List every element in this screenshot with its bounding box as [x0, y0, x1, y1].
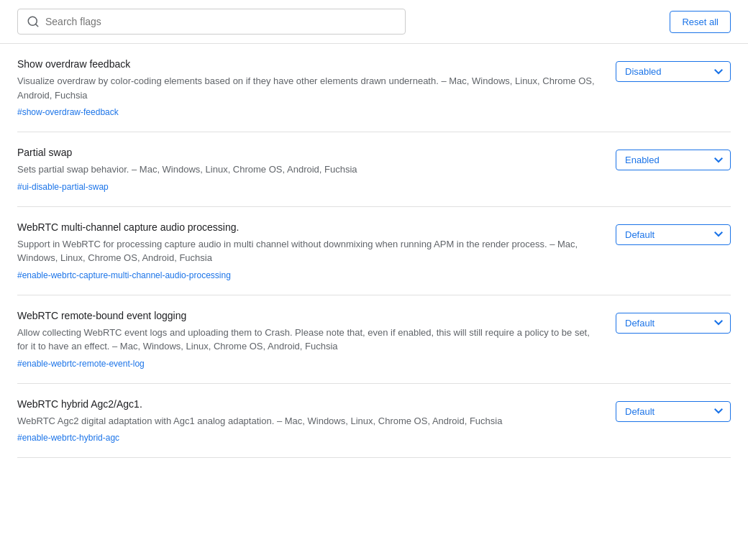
flag-anchor-link[interactable]: #enable-webrtc-hybrid-agc — [17, 433, 119, 443]
flag-anchor-link[interactable]: #enable-webrtc-remote-event-log — [17, 359, 145, 369]
page-header: Reset all — [0, 0, 748, 44]
flag-description: Allow collecting WebRTC event logs and u… — [17, 326, 598, 354]
flag-select[interactable]: DefaultDisabledEnabled — [616, 224, 731, 245]
flag-anchor-link[interactable]: #enable-webrtc-capture-multi-channel-aud… — [17, 270, 231, 280]
flag-control: DefaultDisabledEnabled — [616, 61, 731, 82]
flag-item: Partial swapSets partial swap behavior. … — [17, 132, 731, 207]
flags-list: Show overdraw feedbackVisualize overdraw… — [0, 44, 748, 458]
flag-title: WebRTC multi-channel capture audio proce… — [17, 221, 598, 233]
flag-title: Partial swap — [17, 147, 598, 158]
flag-control: DefaultDisabledEnabled — [616, 401, 731, 422]
flag-select[interactable]: DefaultDisabledEnabled — [616, 401, 731, 422]
flag-title: Show overdraw feedback — [17, 58, 598, 70]
flag-description: Visualize overdraw by color-coding eleme… — [17, 74, 598, 102]
flag-control: DefaultDisabledEnabled — [616, 150, 731, 170]
flag-info: WebRTC multi-channel capture audio proce… — [17, 221, 598, 280]
svg-line-1 — [35, 24, 37, 26]
flag-item: Show overdraw feedbackVisualize overdraw… — [17, 44, 731, 132]
flag-select[interactable]: DefaultDisabledEnabled — [616, 313, 731, 334]
reset-all-button[interactable]: Reset all — [670, 11, 731, 33]
flag-item: WebRTC remote-bound event loggingAllow c… — [17, 295, 731, 384]
flag-description: Sets partial swap behavior. – Mac, Windo… — [17, 162, 598, 177]
flag-anchor-link[interactable]: #show-overdraw-feedback — [17, 107, 119, 117]
flag-description: WebRTC Agc2 digital adaptation with Agc1… — [17, 414, 598, 428]
flag-info: WebRTC hybrid Agc2/Agc1.WebRTC Agc2 digi… — [17, 398, 598, 444]
flag-select[interactable]: DefaultDisabledEnabled — [616, 150, 731, 170]
flag-info: WebRTC remote-bound event loggingAllow c… — [17, 310, 598, 369]
search-input[interactable] — [45, 16, 396, 27]
flag-item: WebRTC multi-channel capture audio proce… — [17, 207, 731, 295]
flag-description: Support in WebRTC for processing capture… — [17, 237, 598, 265]
flag-anchor-link[interactable]: #ui-disable-partial-swap — [17, 182, 109, 192]
search-box[interactable] — [17, 9, 406, 35]
search-icon — [27, 15, 40, 28]
flag-select[interactable]: DefaultDisabledEnabled — [616, 61, 731, 82]
flag-control: DefaultDisabledEnabled — [616, 313, 731, 334]
flag-item: WebRTC hybrid Agc2/Agc1.WebRTC Agc2 digi… — [17, 384, 731, 459]
flag-control: DefaultDisabledEnabled — [616, 224, 731, 245]
flag-title: WebRTC remote-bound event logging — [17, 310, 598, 321]
flag-title: WebRTC hybrid Agc2/Agc1. — [17, 398, 598, 410]
flag-info: Partial swapSets partial swap behavior. … — [17, 147, 598, 192]
flag-info: Show overdraw feedbackVisualize overdraw… — [17, 58, 598, 117]
